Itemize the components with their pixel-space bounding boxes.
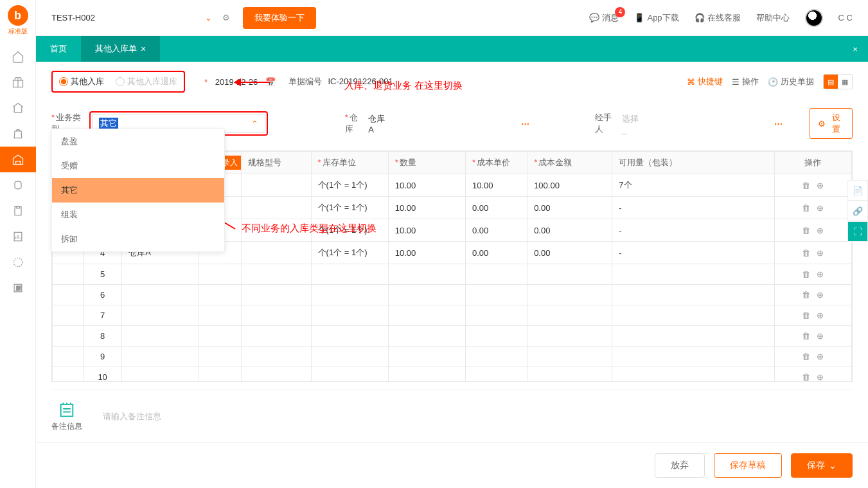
shortcut-link[interactable]: ⌘快捷键	[687, 76, 723, 87]
sidebar: b 标准版 新	[0, 0, 36, 488]
close-icon[interactable]: ×	[141, 44, 146, 54]
try-button[interactable]: 我要体验一下	[243, 7, 316, 29]
date-field[interactable]: *日期 2019-12-26 📅	[204, 77, 276, 87]
support-link[interactable]: 🎧 在线客服	[695, 12, 741, 24]
delete-icon[interactable]: 🗑	[802, 372, 810, 382]
col-avail: 可用量（包装）	[612, 152, 774, 174]
chevron-up-icon: ⌃	[251, 119, 258, 129]
warehouse-value: 仓库A	[368, 113, 389, 134]
remark-input[interactable]	[98, 406, 853, 426]
right-dock: 📄 🔗 ⛶	[847, 180, 868, 242]
tab-home[interactable]: 首页	[36, 36, 81, 62]
radio-group-box: 其他入库 其他入库退库	[51, 71, 185, 93]
history-link[interactable]: 🕑历史单据	[768, 76, 814, 87]
warehouse-picker-icon[interactable]: ⋯	[521, 119, 531, 129]
msg-badge: 4	[615, 7, 625, 17]
phone-icon: 📱	[634, 13, 644, 23]
radio-other-in[interactable]: 其他入库	[59, 76, 104, 87]
table-row[interactable]: 7🗑⊕	[53, 305, 852, 326]
save-button[interactable]: 保存⌄	[791, 453, 853, 478]
nav-clipboard-icon[interactable]	[0, 198, 36, 224]
table-row[interactable]: 9🗑⊕	[53, 347, 852, 367]
save-draft-button[interactable]: 保存草稿	[714, 453, 782, 478]
dock-expand-icon[interactable]: ⛶	[847, 221, 868, 242]
delete-icon[interactable]: 🗑	[802, 203, 810, 213]
radio-icon	[59, 77, 68, 86]
copy-icon[interactable]: ⊕	[817, 331, 824, 341]
gear-icon: ⚙	[818, 119, 826, 129]
handler-select[interactable]: 选择_	[622, 113, 642, 134]
svg-rect-8	[61, 404, 73, 417]
nav-gift-icon[interactable]	[0, 69, 36, 95]
copy-icon[interactable]: ⊕	[817, 311, 824, 320]
biz-option[interactable]: 拆卸	[52, 227, 224, 251]
remark-icon: 备注信息	[51, 401, 82, 432]
close-all-icon[interactable]: ×	[842, 36, 868, 62]
settings-button[interactable]: ⚙ 设置	[810, 108, 853, 139]
copy-icon[interactable]: ⊕	[817, 269, 824, 279]
dock-note-icon[interactable]: 📄	[847, 180, 868, 201]
view-grid-button[interactable]: ▦	[838, 75, 852, 89]
delete-icon[interactable]: 🗑	[802, 269, 810, 279]
menu-icon: ☰	[732, 77, 740, 87]
copy-icon[interactable]: ⊕	[817, 352, 824, 361]
history-icon: 🕑	[768, 77, 778, 87]
col-price: *成本单价	[465, 152, 527, 174]
radio-other-return[interactable]: 其他入库退库	[116, 76, 177, 87]
copy-icon[interactable]: ⊕	[817, 290, 824, 300]
view-list-button[interactable]: ▤	[824, 75, 838, 89]
biz-option[interactable]: 其它	[52, 178, 224, 203]
delete-icon[interactable]: 🗑	[802, 248, 810, 258]
headset-icon: 🎧	[695, 13, 705, 23]
app-download-link[interactable]: 📱 App下载	[634, 12, 678, 24]
edition-label: 标准版	[8, 27, 28, 36]
delete-icon[interactable]: 🗑	[802, 352, 810, 361]
copy-icon[interactable]: ⊕	[817, 181, 824, 190]
nav-money-icon[interactable]	[0, 172, 36, 198]
copy-icon[interactable]: ⊕	[817, 372, 824, 382]
table-row[interactable]: 5🗑⊕	[53, 264, 852, 285]
col-amount: *成本金额	[527, 152, 612, 174]
avatar[interactable]	[805, 9, 823, 27]
nav-house-icon[interactable]	[0, 95, 36, 121]
logo: b	[8, 5, 28, 26]
help-link[interactable]: 帮助中心	[756, 12, 790, 24]
nav-bag-icon[interactable]	[0, 121, 36, 147]
delete-icon[interactable]: 🗑	[802, 226, 810, 235]
biz-option[interactable]: 盘盈	[52, 129, 224, 154]
biz-option[interactable]: 组装	[52, 203, 224, 227]
gear-icon[interactable]: ⚙	[222, 13, 230, 23]
col-qty: *数量	[388, 152, 465, 174]
delete-icon[interactable]: 🗑	[802, 181, 810, 190]
messages-link[interactable]: 💬 消息 4	[589, 12, 619, 24]
org-selector[interactable]: TEST-H002 ⌄	[51, 13, 212, 23]
nav-new-icon[interactable]: 新	[0, 275, 36, 301]
ops-link[interactable]: ☰操作	[732, 76, 759, 87]
svg-text:新: 新	[15, 285, 21, 291]
delete-icon[interactable]: 🗑	[802, 311, 810, 320]
dock-link-icon[interactable]: 🔗	[847, 201, 868, 221]
calendar-icon[interactable]: 📅	[265, 77, 276, 87]
nav-home-icon[interactable]	[0, 44, 36, 69]
nav-warehouse-icon[interactable]	[0, 147, 36, 172]
copy-icon[interactable]: ⊕	[817, 248, 824, 258]
tab-current[interactable]: 其他入库单 ×	[81, 36, 160, 62]
table-row[interactable]: 8🗑⊕	[53, 326, 852, 347]
cancel-button[interactable]: 放弃	[655, 453, 705, 478]
chevron-down-icon: ⌄	[829, 460, 837, 471]
chevron-down-icon: ⌄	[205, 13, 212, 23]
topbar: TEST-H002 ⌄ ⚙ 我要体验一下 💬 消息 4 📱 App下载 🎧 在线…	[36, 0, 868, 36]
copy-icon[interactable]: ⊕	[817, 226, 824, 235]
delete-icon[interactable]: 🗑	[802, 331, 810, 341]
delete-icon[interactable]: 🗑	[802, 290, 810, 300]
nav-sync-icon[interactable]	[0, 249, 36, 275]
col-ops: 操作	[774, 152, 851, 174]
table-row[interactable]: 10🗑⊕	[53, 367, 852, 383]
handler-picker-icon[interactable]: ⋯	[774, 119, 784, 129]
copy-icon[interactable]: ⊕	[817, 203, 824, 213]
biz-option[interactable]: 受赠	[52, 154, 224, 178]
nav-report-icon[interactable]	[0, 224, 36, 249]
org-name: TEST-H002	[51, 13, 95, 23]
table-row[interactable]: 6🗑⊕	[53, 285, 852, 305]
footer: 放弃 保存草稿 保存⌄	[36, 442, 868, 488]
